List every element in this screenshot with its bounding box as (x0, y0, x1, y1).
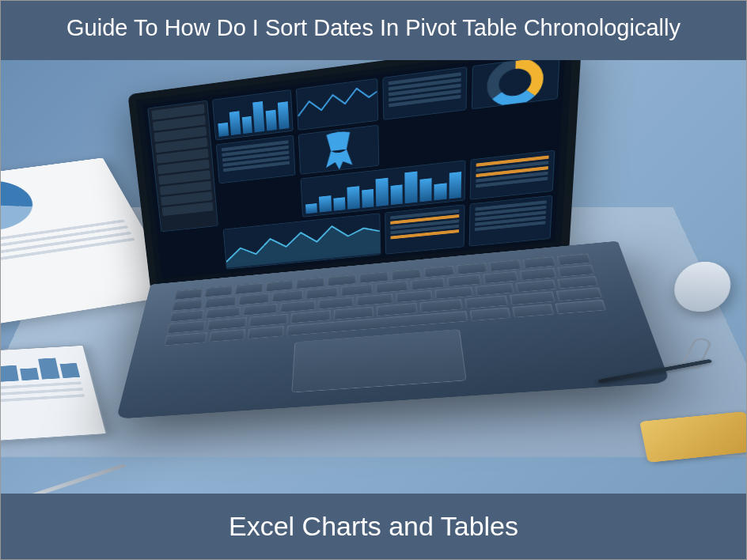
trackpad (291, 329, 466, 392)
ribbon-icon (318, 127, 358, 171)
metrics-panel (470, 149, 556, 199)
pie-chart-icon (1, 176, 42, 236)
laptop-screen (142, 60, 566, 279)
bar-chart-icon (1, 352, 80, 383)
laptop (149, 60, 635, 494)
hero-image (1, 60, 746, 494)
stats-panel (385, 204, 465, 255)
text-lines-icon (1, 381, 85, 403)
dashboard-sidebar (147, 100, 218, 232)
svg-marker-3 (224, 221, 380, 267)
footer-title: Excel Charts and Tables (1, 494, 746, 559)
text-lines-icon (1, 219, 135, 266)
bar-chart-panel (212, 89, 294, 140)
pie-chart-panel (472, 60, 560, 109)
area-chart-panel (223, 213, 381, 270)
pen-prop (14, 464, 127, 494)
spark-chart-panel (296, 78, 378, 131)
donut-chart-icon (485, 60, 547, 109)
summary-panel (469, 195, 553, 246)
page-title: Guide To How Do I Sort Dates In Pivot Ta… (1, 1, 746, 60)
list-panel (216, 134, 296, 184)
bar-chart-icon (213, 90, 293, 140)
data-table-panel (382, 66, 467, 120)
ribbon-panel (298, 124, 379, 174)
